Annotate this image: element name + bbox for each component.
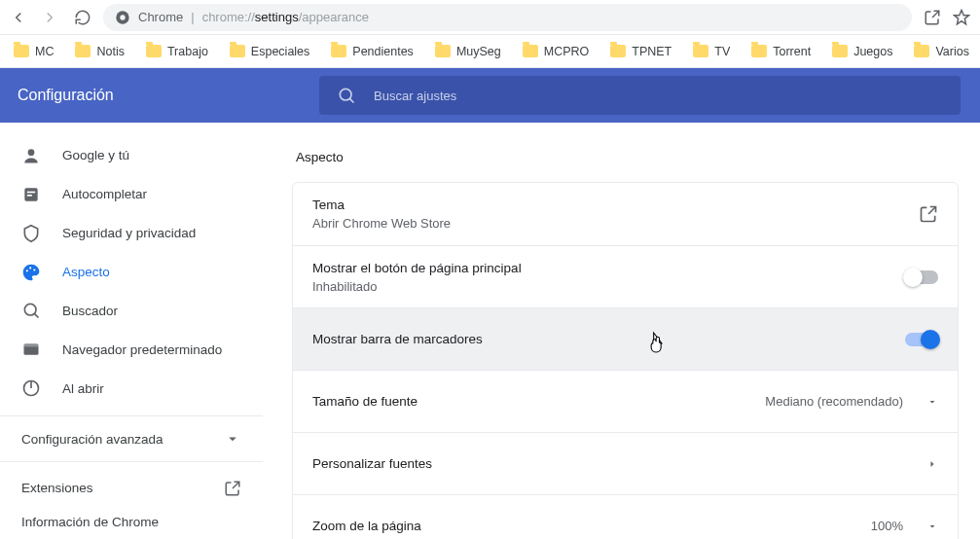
bookmark-label: Varios xyxy=(935,45,969,58)
svg-point-7 xyxy=(26,270,28,271)
bookmark-item[interactable]: TV xyxy=(693,45,730,58)
bookmark-item[interactable]: MC xyxy=(14,45,54,58)
browser-icon xyxy=(21,340,41,359)
row-theme[interactable]: Tema Abrir Chrome Web Store xyxy=(293,183,958,245)
page-zoom-value: 100% xyxy=(871,519,903,533)
sidebar-about[interactable]: Información de Chrome xyxy=(0,505,263,539)
sidebar-item-you[interactable]: Google y tú xyxy=(0,136,263,175)
row-label: Tema xyxy=(312,198,451,212)
svg-point-3 xyxy=(28,149,35,156)
sidebar-item-label: Aspecto xyxy=(62,265,110,279)
nav-buttons xyxy=(10,9,91,26)
reload-button[interactable] xyxy=(74,9,91,26)
bookmarks-bar-toggle[interactable] xyxy=(905,333,938,346)
chevron-down-icon xyxy=(224,430,241,448)
row-sublabel: Inhabilitado xyxy=(312,279,522,294)
bookmark-label: MCPRO xyxy=(544,45,590,58)
bookmark-label: Trabajo xyxy=(167,45,208,58)
svg-rect-12 xyxy=(24,343,39,346)
omnibar-actions xyxy=(924,9,970,26)
row-label: Mostrar barra de marcadores xyxy=(312,332,483,346)
row-sublabel: Abrir Chrome Web Store xyxy=(312,216,451,231)
sidebar-item-search[interactable]: Buscador xyxy=(0,292,263,331)
folder-icon xyxy=(435,45,451,57)
folder-icon xyxy=(523,45,538,57)
main-panel: Aspecto Tema Abrir Chrome Web Store Most… xyxy=(263,123,980,539)
svg-point-10 xyxy=(24,305,36,316)
sidebar-item-label: Seguridad y privacidad xyxy=(62,226,196,240)
folder-icon xyxy=(75,45,91,57)
sidebar-advanced[interactable]: Configuración avanzada xyxy=(0,415,263,462)
address-sep: | xyxy=(191,10,194,24)
bookmark-label: Especiales xyxy=(251,45,309,58)
bookmark-item[interactable]: Varios xyxy=(914,45,969,58)
address-url: chrome://settings/appearance xyxy=(202,10,369,24)
bookmark-item[interactable]: Juegos xyxy=(832,45,892,58)
bookmark-label: TPNET xyxy=(632,45,671,58)
folder-icon xyxy=(146,45,162,57)
bookmark-item[interactable]: Notis xyxy=(75,45,124,58)
bookmark-label: Pendientes xyxy=(352,45,414,58)
bookmark-item[interactable]: Trabajo xyxy=(146,45,208,58)
folder-icon xyxy=(832,45,848,57)
row-page-zoom[interactable]: Zoom de la página 100% xyxy=(293,494,958,539)
bookmark-item[interactable]: Torrent xyxy=(751,45,811,58)
settings-header: Configuración Buscar ajustes xyxy=(0,68,980,123)
search-placeholder: Buscar ajustes xyxy=(374,89,456,103)
sidebar-item-default-browser[interactable]: Navegador predeterminado xyxy=(0,330,263,369)
svg-point-1 xyxy=(120,15,125,19)
palette-icon xyxy=(21,263,41,282)
row-label: Zoom de la página xyxy=(312,519,421,533)
settings-search[interactable]: Buscar ajustes xyxy=(319,76,961,115)
bookmark-label: TV xyxy=(714,45,730,58)
sidebar-item-label: Google y tú xyxy=(62,148,129,162)
row-home-button: Mostrar el botón de página principal Inh… xyxy=(293,245,958,307)
bookmark-label: Notis xyxy=(96,45,124,58)
search-icon xyxy=(21,301,41,320)
appearance-card: Tema Abrir Chrome Web Store Mostrar el b… xyxy=(292,182,959,539)
forward-button[interactable] xyxy=(41,9,58,26)
sidebar-extensions[interactable]: Extensiones xyxy=(0,462,263,505)
person-icon xyxy=(21,146,41,165)
svg-rect-6 xyxy=(27,195,32,197)
svg-point-9 xyxy=(33,269,35,270)
sidebar-item-privacy[interactable]: Seguridad y privacidad xyxy=(0,214,263,253)
bookmark-item[interactable]: Pendientes xyxy=(331,45,414,58)
search-icon xyxy=(337,86,356,105)
share-icon[interactable] xyxy=(924,9,941,26)
dropdown-icon xyxy=(926,396,938,408)
sidebar-advanced-label: Configuración avanzada xyxy=(21,432,163,447)
row-bookmarks-bar: Mostrar barra de marcadores xyxy=(293,307,958,370)
sidebar-item-label: Buscador xyxy=(62,304,118,318)
sidebar-item-startup[interactable]: Al abrir xyxy=(0,369,263,408)
sidebar-item-label: Autocompletar xyxy=(62,187,147,201)
browser-omnibar: Chrome | chrome://settings/appearance xyxy=(0,0,980,35)
chevron-right-icon xyxy=(926,458,938,470)
row-font-size[interactable]: Tamaño de fuente Mediano (recomendado) xyxy=(293,370,958,432)
back-button[interactable] xyxy=(10,9,27,26)
row-customize-fonts[interactable]: Personalizar fuentes xyxy=(293,432,958,494)
bookmark-label: MuySeg xyxy=(456,45,501,58)
bookmark-item[interactable]: Especiales xyxy=(230,45,309,58)
section-title: Aspecto xyxy=(296,150,959,164)
bookmark-item[interactable]: MCPRO xyxy=(523,45,590,58)
row-label: Tamaño de fuente xyxy=(312,394,417,409)
shield-icon xyxy=(21,224,41,243)
bookmark-item[interactable]: TPNET xyxy=(610,45,671,58)
open-external-icon xyxy=(224,480,241,497)
folder-icon xyxy=(14,45,29,57)
open-external-icon[interactable] xyxy=(919,204,938,224)
svg-point-8 xyxy=(29,267,31,269)
address-bar[interactable]: Chrome | chrome://settings/appearance xyxy=(103,4,912,31)
sidebar-about-label: Información de Chrome xyxy=(21,515,159,529)
font-size-value: Mediano (recomendado) xyxy=(765,394,903,409)
sidebar-item-appearance[interactable]: Aspecto xyxy=(0,253,263,292)
star-icon[interactable] xyxy=(953,9,970,26)
sidebar-item-autofill[interactable]: Autocompletar xyxy=(0,175,263,214)
row-label: Mostrar el botón de página principal xyxy=(312,261,522,275)
bookmark-item[interactable]: MuySeg xyxy=(435,45,501,58)
folder-icon xyxy=(230,45,245,57)
home-button-toggle[interactable] xyxy=(905,270,938,284)
folder-icon xyxy=(693,45,708,57)
row-label: Personalizar fuentes xyxy=(312,456,432,471)
